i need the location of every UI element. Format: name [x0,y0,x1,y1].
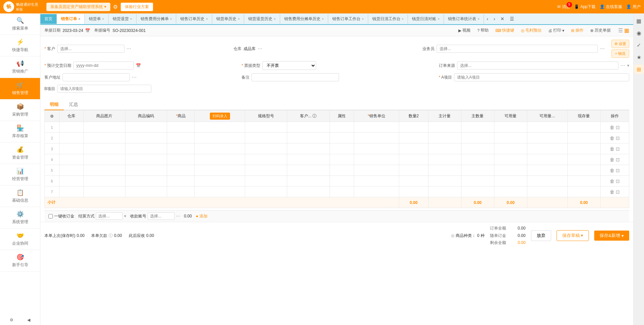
warehouse-value[interactable]: 成品库 [243,46,256,52]
tab-sales-order-history[interactable]: 销售订单历史 × [176,14,212,24]
delete-row-5-icon[interactable]: 🗑 [610,168,614,173]
add-logistics-btn[interactable]: + 物流 [611,49,629,58]
delete-row-7-icon[interactable]: 🗑 [610,189,614,195]
tab-sales-stats[interactable]: 销售订单统计表 × [444,14,484,24]
save-new-btn[interactable]: 保存&新增 ▾ [594,231,629,241]
settings-btn[interactable]: ⚙ 设置 [611,40,629,48]
tab-home[interactable]: 首页 [40,14,57,24]
staff-more-icon[interactable]: ⋯ [600,46,605,51]
date-value[interactable]: 2023-03-24 [63,28,83,33]
close-tab-sales-expense-history[interactable]: × [322,17,324,21]
row-code-1[interactable] [125,122,167,133]
help-btn[interactable]: ? 帮助 [475,27,491,34]
right-panel-grid-icon[interactable]: ▦ [634,16,644,26]
close-tab-cash-reconcile[interactable]: × [438,17,440,21]
layout-list-icon[interactable]: ☰ [618,27,623,34]
address-more-icon[interactable]: ⋯ [132,75,137,80]
close-tab-sales-return2[interactable]: × [130,17,132,21]
sidebar-item-purchase[interactable]: 📦 采购管理 [0,99,40,121]
payment-chevron-icon[interactable]: ▾ [124,214,126,218]
sidebar-collapse-icon[interactable]: ◀ [27,318,30,322]
tab-cash-daily[interactable]: 钱货日清工作台 × [368,14,408,24]
sidebar-item-base-info[interactable]: 📋 基础信息 [0,186,40,207]
row-customer-code-1[interactable] [287,122,330,133]
th-settings[interactable]: ⚙ [45,111,60,122]
tab-sales-return2[interactable]: 销货退货 × [109,14,137,24]
tab-sales-order[interactable]: 销售订单 × [57,14,85,24]
copy-row-4-icon[interactable]: ⊡ [616,157,620,162]
a-project-input[interactable] [454,73,629,81]
close-tab-sales-return-history[interactable]: × [238,17,240,21]
sidebar-gear-icon[interactable]: ⚙ [10,318,13,322]
calendar-icon[interactable]: 📅 [85,28,90,33]
tab-sales-return[interactable]: 销货单 × [85,14,109,24]
delete-row-1-icon[interactable]: 🗑 [610,125,614,130]
customer-input[interactable] [57,45,124,53]
row-product-1[interactable] [167,122,194,133]
sidebar-item-quick-nav[interactable]: ⚡ 快捷导航 [0,35,40,56]
sidebar-item-cooperation[interactable]: 🤝 企业协同 [0,229,40,250]
remark-input[interactable] [252,73,339,81]
right-panel-scan-icon[interactable]: ⊞ [634,65,644,74]
account-input[interactable] [148,212,175,220]
warehouse-more-icon[interactable]: ⋯ [258,46,262,51]
sidebar-item-finance[interactable]: 💰 资金管理 [0,143,40,164]
b-project-input[interactable] [57,85,151,93]
app-download-btn[interactable]: 📱 App下载 [574,4,596,10]
close-tab-sales-order-workbench[interactable]: × [362,17,364,21]
close-tab-sales-stats[interactable]: × [478,17,480,21]
shortcut-btn[interactable]: ⌨ 快捷键 [493,27,516,34]
close-tab-sales-return[interactable]: × [102,17,104,21]
tab-menu-btn[interactable]: ☰ [507,15,517,23]
account-more-icon[interactable]: ⋯ [176,214,180,218]
delivery-input[interactable] [73,62,134,70]
copy-row-2-icon[interactable]: ⊡ [616,135,620,141]
print-btn[interactable]: 🖨 打印 ▾ [546,27,566,34]
tab-sales-order-workbench[interactable]: 销售订单工作台 × [328,14,368,24]
profit-btn[interactable]: ◎ 毛利预估 [519,27,543,34]
solution-btn[interactable]: 体验行业方案 [120,2,153,11]
copy-row-5-icon[interactable]: ⊡ [616,168,620,173]
row-qty2-1[interactable] [399,122,428,133]
sidebar-item-system[interactable]: ⚙️ 系统管理 [0,207,40,229]
copy-row-3-icon[interactable]: ⊡ [616,146,620,152]
copy-row-7-icon[interactable]: ⊡ [616,189,620,195]
layout-grid-icon[interactable]: ▦ [624,27,629,34]
row-sales-unit-1[interactable] [354,122,399,133]
address-input[interactable] [63,73,130,81]
one-click-checkbox[interactable] [48,214,53,218]
tab-sales-return-hist2[interactable]: 销货退货历史 × [244,14,280,24]
staff-input[interactable] [437,45,598,53]
delete-row-4-icon[interactable]: 🗑 [610,157,614,162]
sidebar-item-guide[interactable]: 🎯 新手引导 [0,250,40,272]
sidebar-item-operations[interactable]: 📊 经营管理 [0,164,40,186]
message-btn[interactable]: ✉ 9 消息 [557,4,570,10]
settings-icon-btn[interactable]: ⚙ [113,4,118,10]
close-tab-sales-expense[interactable]: × [170,17,172,21]
tab-cash-reconcile[interactable]: 钱货日清对账 × [408,14,444,24]
copy-row-6-icon[interactable]: ⊡ [616,178,620,184]
history-btn[interactable]: ⊕ 历史单据 [588,27,613,34]
chevron-down-icon-source[interactable]: ▾ [627,63,629,68]
tab-prev-btn[interactable]: ‹ [484,15,491,23]
copy-row-1-icon[interactable]: ⊡ [616,125,620,130]
save-new-chevron-icon[interactable]: ▾ [621,233,624,238]
sidebar-item-search[interactable]: 🔍 搜索菜单 [0,13,40,35]
scan-input-btn[interactable]: 扫码录入 [210,113,230,120]
ops-btn[interactable]: ⊞ 操作 [569,27,585,34]
row-main-qty-1[interactable] [461,122,494,133]
tab-next-btn[interactable]: › [491,15,498,23]
order-source-input[interactable] [457,62,618,70]
row-warehouse-1[interactable] [59,122,83,133]
tab-sales-return-history[interactable]: 销货单历史 × [212,14,244,24]
sidebar-item-sales[interactable]: 🛒 销售管理 [0,78,40,99]
online-service-btn[interactable]: 👤 在线客服 [600,4,622,10]
row-spec-1[interactable] [245,122,287,133]
discard-btn[interactable]: 放弃 [531,230,551,241]
right-panel-check-icon[interactable]: ✓ [634,40,644,50]
sidebar-item-marketing[interactable]: 📢 营销推广 [0,56,40,78]
close-tab-sales-order-history[interactable]: × [206,17,208,21]
view-btn[interactable]: ▶ 视频 [456,27,472,34]
ticket-select[interactable]: 不开票 [262,61,316,70]
delete-row-6-icon[interactable]: 🗑 [610,178,614,184]
